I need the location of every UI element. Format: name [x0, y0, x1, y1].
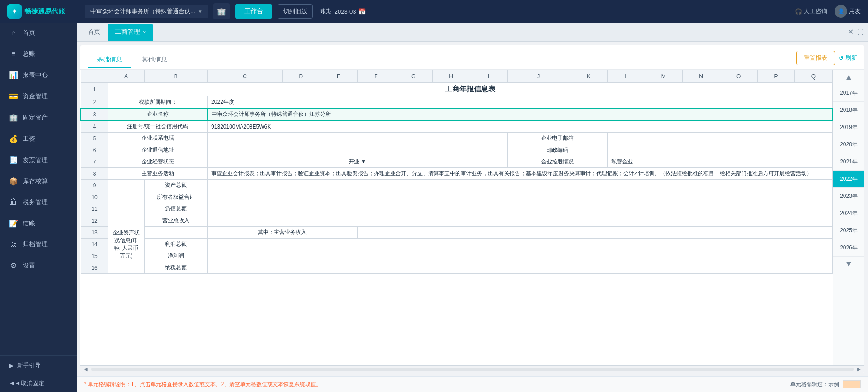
row-5-header: 5: [81, 133, 108, 144]
main-layout: ⌂ 首页 ≡ 总账 📊 报表中心 💳 资金管理 🏢 固定资产 💰 工资 🧾 发票…: [0, 23, 868, 392]
cell-5-email-label: 企业电子邮箱: [507, 133, 607, 144]
tab-gongshang[interactable]: 工商管理 ×: [108, 24, 153, 41]
sidebar-item-archive[interactable]: 🗂 归档管理: [0, 234, 77, 255]
sidebar-item-settings[interactable]: ⚙ 设置: [0, 255, 77, 276]
window-expand-icon[interactable]: ⛶: [857, 29, 863, 36]
cell-7-label: 企业经营状态: [108, 156, 208, 168]
sidebar-label-fixed-assets: 固定资产: [23, 114, 48, 122]
new-guide-button[interactable]: ▶ 新手引导: [0, 356, 77, 375]
cell-9-value[interactable]: [208, 180, 832, 191]
cell-1-title[interactable]: 工商年报信息表: [108, 83, 832, 96]
table-row: 5 企业联系电话 企业电子邮箱: [81, 133, 832, 144]
pin-button[interactable]: ◄◄取消固定: [0, 375, 77, 392]
sidebar-item-reports[interactable]: 📊 报表中心: [0, 64, 77, 86]
year-2024[interactable]: 2024年: [833, 205, 864, 222]
table-row: 14 利润总额: [81, 239, 832, 250]
cell-5-phone[interactable]: [208, 133, 508, 144]
company-selector[interactable]: 中审众环会计师事务所（特殊普通合伙... ▼: [85, 5, 208, 18]
table-row: 12 企业资产状况信息(币种: 人民币万元) 营业总收入: [81, 215, 832, 227]
year-scroll-up[interactable]: ▲: [833, 70, 864, 85]
cell-2-value[interactable]: 2022年度: [208, 96, 832, 109]
year-2025[interactable]: 2025年: [833, 222, 864, 239]
tab-bar-right: ✕ ⛶: [848, 28, 868, 36]
row-9-header: 9: [81, 180, 108, 191]
column-header-row: A B C D E F G H I J K L: [81, 70, 832, 83]
scroll-right-button[interactable]: ▶: [855, 367, 863, 372]
cell-7-status[interactable]: 开业 ▼: [208, 156, 508, 168]
cell-5-email-value[interactable]: [607, 133, 832, 144]
workbench-button[interactable]: 工作台: [235, 4, 272, 19]
table-row: 3 企业名称 中审众环会计师事务所（特殊普通合伙）江苏分所: [81, 108, 832, 120]
year-2019[interactable]: 2019年: [833, 119, 864, 136]
scroll-track[interactable]: [91, 368, 854, 371]
cell-7-control-value[interactable]: 私营企业: [607, 156, 832, 168]
spreadsheet[interactable]: A B C D E F G H I J K L: [80, 70, 833, 365]
scroll-left-button[interactable]: ◀: [82, 367, 90, 372]
row-3-header: 3: [81, 108, 108, 120]
cell-11-value[interactable]: [208, 203, 832, 215]
home-icon: ⌂: [9, 29, 18, 37]
service-button[interactable]: 🎧 人工咨询: [795, 7, 827, 15]
year-2022[interactable]: 2022年: [833, 171, 864, 188]
cell-6-label: 企业通信地址: [108, 144, 208, 156]
sidebar-item-ledger[interactable]: ≡ 总账: [0, 43, 77, 64]
sidebar-item-invoice[interactable]: 🧾 发票管理: [0, 149, 77, 171]
year-scroll-down[interactable]: ▼: [833, 257, 864, 272]
tab-other-info[interactable]: 其他信息: [133, 52, 176, 68]
tab-home[interactable]: 首页: [80, 24, 108, 41]
pin-label: ◄◄取消固定: [9, 379, 44, 387]
cell-6-postal-value[interactable]: [607, 144, 832, 156]
year-2023[interactable]: 2023年: [833, 188, 864, 205]
window-close-icon[interactable]: ✕: [848, 28, 854, 36]
year-2017[interactable]: 2017年: [833, 85, 864, 102]
cell-12-value[interactable]: [208, 215, 832, 227]
year-2018[interactable]: 2018年: [833, 102, 864, 119]
cell-15-b: 净利润: [144, 250, 208, 262]
horizontal-scrollbar[interactable]: ◀ ▶: [80, 365, 864, 373]
tab-basic-info[interactable]: 基础信息: [88, 52, 131, 68]
cell-13-value[interactable]: [357, 227, 832, 239]
year-2026[interactable]: 2026年: [833, 239, 864, 257]
cell-8-value[interactable]: 审查企业会计报表；出具审计报告；验证企业资本；出具验资报告；办理企业合开、分立、…: [208, 168, 832, 180]
cell-14-value[interactable]: [208, 239, 832, 250]
refresh-button[interactable]: ↺ 刷新: [839, 54, 857, 62]
table-row: 11 负债总额: [81, 203, 832, 215]
year-2021[interactable]: 2021年: [833, 153, 864, 171]
company-info-button[interactable]: 🏢: [213, 3, 230, 19]
tab-active-label: 工商管理: [115, 28, 140, 36]
example-label: 单元格编辑过：示例: [790, 381, 839, 388]
cell-15-value[interactable]: [208, 250, 832, 262]
refresh-label: 刷新: [845, 54, 857, 62]
cell-3-value[interactable]: 中审众环会计师事务所（特殊普通合伙）江苏分所: [208, 108, 832, 120]
example-cell: [843, 380, 861, 388]
sidebar-label-settings: 设置: [23, 262, 35, 270]
topbar: ✦ 畅捷通易代账 中审众环会计师事务所（特殊普通合伙... ▼ 🏢 工作台 切到…: [0, 0, 868, 23]
calendar-icon[interactable]: 📅: [359, 8, 366, 15]
refresh-icon: ↺: [839, 55, 844, 62]
cell-16-value[interactable]: [208, 262, 832, 274]
col-g-header: G: [395, 70, 432, 83]
cell-2-label: 税款所属期间：: [108, 96, 208, 109]
sidebar-label-funds: 资金管理: [23, 92, 48, 100]
user-menu[interactable]: 👤 用友: [835, 5, 861, 18]
cell-6-address[interactable]: [208, 144, 508, 156]
bottom-right: 单元格编辑过：示例: [790, 380, 861, 388]
table-row: 15 净利润: [81, 250, 832, 262]
sidebar-item-settlement[interactable]: 📝 结账: [0, 213, 77, 234]
col-c-header: C: [208, 70, 283, 83]
tab-close-button[interactable]: ×: [143, 29, 146, 35]
year-2020[interactable]: 2020年: [833, 136, 864, 153]
row-10-header: 10: [81, 191, 108, 203]
cell-4-value[interactable]: 91320100MA208E5W6K: [208, 120, 832, 133]
reset-button[interactable]: 重置报表: [796, 51, 835, 65]
sidebar-item-inventory[interactable]: 📦 库存核算: [0, 171, 77, 192]
sidebar-item-tax[interactable]: 🏛 税务管理: [0, 192, 77, 213]
sidebar-item-funds[interactable]: 💳 资金管理: [0, 86, 77, 107]
edit-hint: * 单元格编辑说明：1、点击单元格直接录入数值或文本。2、清空单元格数值或文本恢…: [84, 381, 321, 388]
sidebar-item-home[interactable]: ⌂ 首页: [0, 23, 77, 43]
switch-version-button[interactable]: 切到旧版: [278, 4, 313, 19]
sidebar-item-fixed-assets[interactable]: 🏢 固定资产: [0, 107, 77, 128]
col-n-header: N: [682, 70, 720, 83]
cell-10-value[interactable]: [208, 191, 832, 203]
sidebar-item-payroll[interactable]: 💰 工资: [0, 128, 77, 149]
